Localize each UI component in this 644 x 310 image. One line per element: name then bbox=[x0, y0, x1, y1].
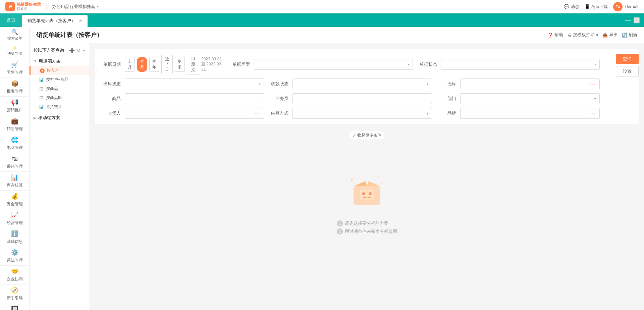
ship-status-select[interactable]: ▾ bbox=[125, 79, 264, 89]
tree-mobile-expand-icon: ▶ bbox=[34, 116, 36, 120]
refresh-btn[interactable]: 🔄 刷新 bbox=[622, 32, 637, 38]
query-setting-area: 查询 设置 bbox=[616, 49, 639, 82]
template-print-label: 按模板打印 bbox=[573, 32, 595, 38]
btn-this-year[interactable]: 本年 bbox=[149, 57, 159, 72]
refresh-label: 刷新 bbox=[629, 32, 637, 38]
sidebar-item-ecommerce[interactable]: 🌐 电商管理 bbox=[0, 134, 29, 153]
sub-item-by-goods[interactable]: 📋 按商品 bbox=[30, 84, 90, 93]
collapse-panel-icon[interactable]: « bbox=[83, 48, 86, 53]
sidebar-item-appcenter[interactable]: 🔲 应用中心 bbox=[0, 303, 29, 310]
sub-item-return-stat[interactable]: 📊 退货统计 bbox=[30, 102, 90, 111]
settlement-select[interactable]: ▾ bbox=[292, 108, 432, 119]
btn-last-month[interactable]: 上月 bbox=[125, 57, 135, 72]
page-header-actions: ❓ 帮助 🖨 按模板打印 ▾ 📤 导出 🔄 刷新 bbox=[548, 32, 637, 42]
tab-sales-stat-label: 销货单统计表（按客户） bbox=[28, 18, 75, 24]
user-profile[interactable]: Ea demo2 bbox=[613, 2, 639, 11]
tab-sales-stat[interactable]: 销货单统计表（按客户） ✕ bbox=[22, 15, 88, 27]
svg-point-3 bbox=[362, 192, 365, 195]
tab-home[interactable]: 首页 bbox=[0, 13, 22, 27]
sidebar-item-purchase[interactable]: 🛍 采购管理 bbox=[0, 153, 29, 172]
btn-last7days[interactable]: 近7天 bbox=[161, 55, 173, 74]
btn-this-month[interactable]: 本月 bbox=[137, 57, 147, 72]
app-download-action[interactable]: 📱 App下载 bbox=[585, 4, 608, 10]
sidebar-item-search-menu[interactable]: 🔍 搜索菜单 bbox=[0, 27, 29, 43]
order-type-arrow-icon: ▾ bbox=[408, 62, 409, 66]
filter-row-1: 单据日期 上月 本月 本年 近7天 更多 自定义 2023-03-01 至 20… bbox=[101, 54, 633, 74]
export-icon: 📤 bbox=[602, 33, 608, 38]
sub-item-by-customer[interactable]: ● 按客户 bbox=[30, 66, 90, 75]
empty-hints: 1 请先选择要分析的方案 2 用过滤条件来缩小分析范围 bbox=[337, 220, 397, 237]
salesperson-select[interactable]: ··· bbox=[292, 93, 432, 104]
sub-item-goods99[interactable]: 📋 按商品99 bbox=[30, 93, 90, 102]
sidebar-item-finance[interactable]: 💰 资金管理 bbox=[0, 191, 29, 209]
empty-hint-1: 1 请先选择要分析的方案 bbox=[337, 220, 397, 226]
order-status-label: 单据状态 bbox=[417, 61, 437, 67]
sidebar-item-basic[interactable]: ℹ️ 基础信息 bbox=[0, 228, 29, 247]
message-action[interactable]: 💬 消息 bbox=[564, 4, 579, 10]
by-goods-icon: 📋 bbox=[39, 87, 44, 91]
date-label: 单据日期 bbox=[101, 61, 121, 67]
export-label: 导出 bbox=[609, 32, 618, 38]
brand-dots-icon: ··· bbox=[590, 111, 596, 116]
tab-close-icon[interactable]: ✕ bbox=[79, 18, 82, 23]
payment-status-select[interactable]: ▾ bbox=[292, 79, 432, 89]
brand-select[interactable]: ··· bbox=[460, 108, 600, 119]
template-arrow-icon: ▾ bbox=[596, 33, 598, 38]
content-body: 按以下方案查询 ➕ ↺ « ▼ 电脑端方案 ● 按客户 bbox=[30, 43, 644, 310]
add-scheme-icon[interactable]: ➕ bbox=[69, 48, 75, 53]
customer-dot-icon: ● bbox=[40, 68, 45, 73]
sub-item-customer-goods[interactable]: 📊 按客户+商品 bbox=[30, 75, 90, 84]
page-title: 销货单统计表（按客户） bbox=[36, 31, 103, 43]
workspace-selector[interactable]: 办公用品行业模拟账套 ▾ bbox=[52, 4, 99, 10]
warehouse-select[interactable]: ··· bbox=[460, 79, 600, 89]
tab-minimize-icon[interactable]: — bbox=[625, 17, 631, 23]
order-type-select[interactable]: ▾ bbox=[254, 59, 413, 70]
logo-subtitle: 标准版 bbox=[17, 7, 41, 11]
header-left: 好 畅捷通好生意 标准版 办公用品行业模拟账套 ▾ bbox=[5, 2, 99, 11]
sidebar-item-retail[interactable]: 🛒 零售管理 bbox=[0, 59, 29, 78]
svg-point-7 bbox=[378, 175, 379, 177]
setting-button[interactable]: 设置 bbox=[616, 66, 639, 77]
tab-restore-icon[interactable]: ⬜ bbox=[633, 17, 640, 23]
tree-desktop[interactable]: ▼ 电脑端方案 bbox=[30, 56, 90, 66]
operations-icon: 📈 bbox=[11, 211, 18, 219]
order-status-select[interactable]: ▾ bbox=[441, 59, 600, 70]
date-range-text: 2023-03-01 至 2023-03-31 bbox=[201, 57, 226, 72]
finance-icon: 💰 bbox=[11, 193, 18, 200]
sidebar-marketing-label: 营销推广 bbox=[7, 107, 23, 113]
sidebar-item-inventory[interactable]: 📊 库存核算 bbox=[0, 172, 29, 191]
sidebar-item-wholesale[interactable]: 📦 批发管理 bbox=[0, 78, 29, 97]
header-right: 💬 消息 📱 App下载 Ea demo2 bbox=[564, 2, 639, 11]
purchase-icon: 🛍 bbox=[12, 155, 18, 162]
recipient-select[interactable]: ··· bbox=[125, 108, 264, 119]
template-print-btn[interactable]: 🖨 按模板打印 ▾ bbox=[567, 32, 598, 38]
sidebar-item-guide[interactable]: 🧭 新手引导 bbox=[0, 285, 29, 303]
filter-row-3: 商品 ··· 业务员 ··· 部门 bbox=[101, 93, 633, 104]
search-icon: 🔍 bbox=[11, 29, 18, 35]
btn-custom[interactable]: 自定义 bbox=[187, 54, 199, 74]
dept-select[interactable]: ▾ bbox=[460, 93, 600, 104]
help-icon: ❓ bbox=[548, 33, 553, 38]
sidebar-item-enterprise[interactable]: 🤝 企业协同 bbox=[0, 266, 29, 285]
goods-select[interactable]: ··· bbox=[125, 93, 264, 104]
tree-mobile[interactable]: ▶ 移动端方案 bbox=[30, 113, 90, 123]
collapse-label: 收起更多条件 bbox=[357, 133, 381, 138]
warehouse-label: 仓库 bbox=[436, 81, 456, 87]
collapse-btn[interactable]: ∧ 收起更多条件 bbox=[348, 131, 386, 140]
sidebar-item-operations[interactable]: 📈 经营管理 bbox=[0, 209, 29, 228]
sidebar-enterprise-label: 企业协同 bbox=[7, 276, 23, 282]
ecommerce-icon: 🌐 bbox=[11, 136, 18, 144]
help-btn[interactable]: ❓ 帮助 bbox=[548, 32, 563, 38]
sidebar-item-marketing[interactable]: 📢 营销推广 bbox=[0, 97, 29, 115]
basic-icon: ℹ️ bbox=[11, 230, 18, 238]
refresh-scheme-icon[interactable]: ↺ bbox=[77, 48, 81, 53]
divider bbox=[46, 3, 47, 10]
sidebar-item-quick-nav[interactable]: ⚡ 快捷导航 bbox=[0, 43, 29, 59]
export-btn[interactable]: 📤 导出 bbox=[602, 32, 618, 38]
message-label: 消息 bbox=[571, 4, 579, 10]
sidebar: 🔍 搜索菜单 ⚡ 快捷导航 🛒 零售管理 📦 批发管理 📢 营销推广 💼 销售管… bbox=[0, 27, 30, 310]
sidebar-item-sales[interactable]: 💼 销售管理 bbox=[0, 115, 29, 134]
sidebar-item-system[interactable]: ⚙️ 系统管理 bbox=[0, 247, 29, 266]
query-button[interactable]: 查询 bbox=[616, 54, 639, 64]
btn-more[interactable]: 更多 bbox=[175, 57, 185, 72]
